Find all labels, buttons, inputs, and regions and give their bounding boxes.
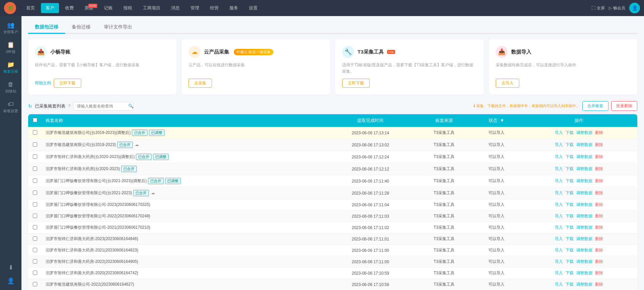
sidebar-item-user[interactable]: 👤 bbox=[0, 275, 21, 287]
action-删除[interactable]: 删除 bbox=[595, 191, 603, 195]
nav-item-home[interactable]: 首页 bbox=[21, 3, 40, 13]
action-调整数据[interactable]: 调整数据 bbox=[576, 236, 592, 241]
download-now-button-3[interactable]: 立即下载 bbox=[342, 79, 370, 88]
go-import-button[interactable]: 去导入 bbox=[496, 79, 519, 88]
action-导入[interactable]: 导入 bbox=[555, 202, 563, 207]
action-下载[interactable]: 下载 bbox=[566, 259, 574, 264]
action-导入[interactable]: 导入 bbox=[555, 225, 563, 230]
row-checkbox[interactable] bbox=[33, 225, 37, 229]
action-调整数据[interactable]: 调整数据 bbox=[576, 282, 592, 287]
member-button[interactable]: ▷ 畅会员 bbox=[609, 5, 625, 11]
refresh-icon[interactable]: ↻ bbox=[28, 103, 32, 109]
action-下载[interactable]: 下载 bbox=[566, 130, 574, 135]
action-调整数据[interactable]: 调整数据 bbox=[576, 191, 592, 195]
action-调整数据[interactable]: 调整数据 bbox=[576, 130, 592, 135]
search-icon[interactable]: 🔍 bbox=[128, 103, 133, 108]
tab-backup-migration[interactable]: 备份迁移 bbox=[65, 21, 97, 34]
nav-item-message[interactable]: 消息 bbox=[166, 3, 184, 13]
action-删除[interactable]: 删除 bbox=[595, 248, 603, 252]
action-下载[interactable]: 下载 bbox=[566, 178, 574, 183]
action-导入[interactable]: 导入 bbox=[555, 282, 563, 287]
download-now-button-1[interactable]: 立即下载 bbox=[54, 79, 81, 88]
action-下载[interactable]: 下载 bbox=[566, 248, 574, 252]
select-all-checkbox[interactable] bbox=[33, 118, 37, 122]
tab-audit-export[interactable]: 审计文件导出 bbox=[97, 21, 139, 34]
row-checkbox[interactable] bbox=[33, 236, 37, 241]
help-icon[interactable]: ? bbox=[68, 103, 70, 108]
action-调整数据[interactable]: 调整数据 bbox=[576, 225, 592, 230]
action-下载[interactable]: 下载 bbox=[566, 236, 574, 241]
row-checkbox[interactable] bbox=[33, 259, 37, 264]
action-导入[interactable]: 导入 bbox=[555, 166, 563, 171]
sort-icon[interactable]: ▼ bbox=[500, 118, 504, 123]
action-调整数据[interactable]: 调整数据 bbox=[576, 271, 592, 275]
action-调整数据[interactable]: 调整数据 bbox=[576, 202, 592, 207]
action-删除[interactable]: 删除 bbox=[595, 214, 603, 218]
user-avatar[interactable]: 👤 bbox=[629, 3, 640, 13]
action-调整数据[interactable]: 调整数据 bbox=[576, 248, 592, 252]
action-导入[interactable]: 导入 bbox=[555, 271, 563, 275]
tab-data-migration[interactable]: 数据包迁移 bbox=[28, 21, 65, 34]
nav-item-manage[interactable]: 管理 bbox=[186, 3, 204, 13]
row-checkbox[interactable] bbox=[33, 142, 37, 147]
batch-delete-button[interactable]: 批量删除 bbox=[611, 101, 637, 111]
action-导入[interactable]: 导入 bbox=[555, 142, 563, 147]
action-下载[interactable]: 下载 bbox=[566, 271, 574, 275]
action-调整数据[interactable]: 调整数据 bbox=[576, 166, 592, 171]
action-导入[interactable]: 导入 bbox=[555, 248, 563, 252]
action-下载[interactable]: 下载 bbox=[566, 154, 574, 159]
row-checkbox[interactable] bbox=[33, 271, 37, 275]
nav-item-billing[interactable]: 收费 bbox=[60, 3, 78, 13]
row-checkbox[interactable] bbox=[33, 154, 37, 159]
action-调整数据[interactable]: 调整数据 bbox=[576, 154, 592, 159]
nav-item-invoice[interactable]: 票据 NEW bbox=[80, 3, 98, 13]
nav-item-bookkeeping[interactable]: 记账 bbox=[99, 3, 117, 13]
action-调整数据[interactable]: 调整数据 bbox=[576, 214, 592, 218]
action-删除[interactable]: 删除 bbox=[595, 282, 603, 287]
nav-item-operation[interactable]: 经营 bbox=[205, 3, 223, 13]
row-checkbox[interactable] bbox=[33, 166, 37, 171]
fullscreen-button[interactable]: ⛶ 全屏 bbox=[591, 5, 605, 11]
help-doc-link[interactable]: 帮助文档 bbox=[35, 80, 51, 86]
nav-item-settings[interactable]: 设置 bbox=[244, 3, 262, 13]
go-collect-button[interactable]: 去采集 bbox=[189, 79, 212, 88]
action-删除[interactable]: 删除 bbox=[595, 259, 603, 264]
row-checkbox[interactable] bbox=[33, 248, 37, 252]
action-下载[interactable]: 下载 bbox=[566, 282, 574, 287]
row-checkbox[interactable] bbox=[33, 178, 37, 183]
action-删除[interactable]: 删除 bbox=[595, 236, 603, 241]
action-删除[interactable]: 删除 bbox=[595, 154, 603, 159]
row-checkbox[interactable] bbox=[33, 130, 37, 135]
action-下载[interactable]: 下载 bbox=[566, 202, 574, 207]
action-导入[interactable]: 导入 bbox=[555, 154, 563, 159]
action-下载[interactable]: 下载 bbox=[566, 142, 574, 147]
sidebar-item-tag-settings[interactable]: 🏷 标签设置 bbox=[0, 98, 21, 117]
nav-item-business[interactable]: 工商项目 bbox=[138, 3, 165, 13]
row-checkbox[interactable] bbox=[33, 191, 37, 195]
action-删除[interactable]: 删除 bbox=[595, 142, 603, 147]
row-checkbox[interactable] bbox=[33, 214, 37, 218]
action-导入[interactable]: 导入 bbox=[555, 191, 563, 195]
action-调整数据[interactable]: 调整数据 bbox=[576, 142, 592, 147]
action-导入[interactable]: 导入 bbox=[555, 259, 563, 264]
sidebar-item-download[interactable]: ⬇ bbox=[0, 261, 21, 274]
search-input[interactable] bbox=[73, 102, 133, 111]
action-下载[interactable]: 下载 bbox=[566, 191, 574, 195]
action-调整数据[interactable]: 调整数据 bbox=[576, 259, 592, 264]
action-下载[interactable]: 下载 bbox=[566, 225, 574, 230]
nav-item-tax[interactable]: 报税 bbox=[119, 3, 137, 13]
action-删除[interactable]: 删除 bbox=[595, 271, 603, 275]
action-导入[interactable]: 导入 bbox=[555, 236, 563, 241]
action-下载[interactable]: 下载 bbox=[566, 166, 574, 171]
action-删除[interactable]: 删除 bbox=[595, 130, 603, 135]
nav-item-customer[interactable]: 客户 bbox=[41, 3, 59, 13]
action-导入[interactable]: 导入 bbox=[555, 178, 563, 183]
sidebar-item-account-migration[interactable]: 📁 账套迁移 bbox=[0, 58, 21, 77]
row-checkbox[interactable] bbox=[33, 202, 37, 207]
sidebar-item-zero-report[interactable]: 📋 0申报 bbox=[0, 39, 21, 58]
action-下载[interactable]: 下载 bbox=[566, 214, 574, 218]
nav-item-service[interactable]: 服务 bbox=[225, 3, 243, 13]
sidebar-item-recycle[interactable]: 🗑 回收站 bbox=[0, 78, 21, 97]
action-删除[interactable]: 删除 bbox=[595, 202, 603, 207]
action-删除[interactable]: 删除 bbox=[595, 178, 603, 183]
